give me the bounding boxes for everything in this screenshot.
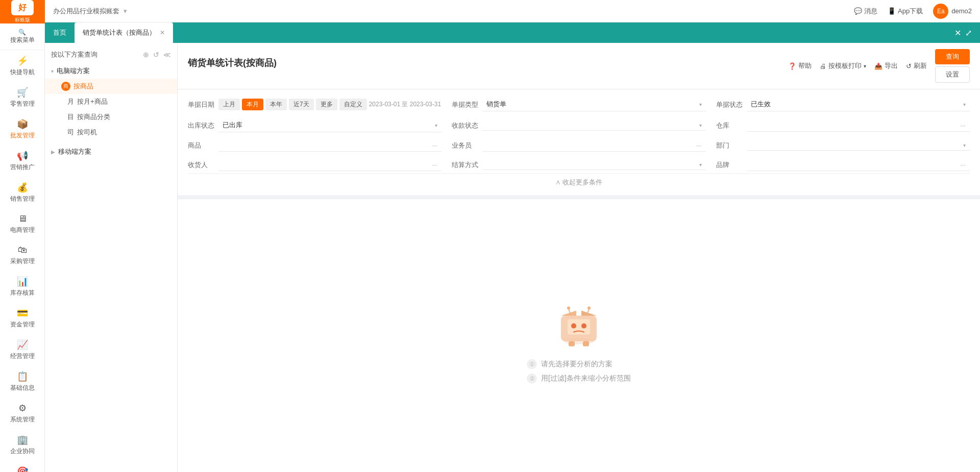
out-status-control[interactable]: 已出库 ▾ <box>218 119 442 132</box>
print-icon: 🖨 <box>820 62 826 70</box>
filter-department: 部门 ▾ <box>716 140 970 151</box>
sidebar-item-system[interactable]: ⚙ 系统管理 <box>0 397 45 429</box>
left-panel: 按以下方案查询 ⊕ ↺ ≪ ▾ 电脑端方案 商 按商品 月 <box>45 43 178 472</box>
empty-illustration <box>548 288 609 349</box>
doc-type-control[interactable]: 销货单 ▾ <box>482 98 705 111</box>
collapse-panel-icon[interactable]: ≪ <box>163 51 171 59</box>
sidebar-item-sales[interactable]: 💰 销售管理 <box>0 177 45 208</box>
doc-type-label: 单据类型 <box>452 100 482 109</box>
user-menu[interactable]: Ea demo2 <box>933 4 972 19</box>
filter-collect-status: 收款状态 ▾ <box>452 121 705 131</box>
empty-tip-2: ② 用[过滤]条件来缩小分析范围 <box>527 373 631 384</box>
refresh-btn[interactable]: ↺ 刷新 <box>906 61 927 70</box>
settlement-control[interactable]: ▾ <box>482 160 705 170</box>
date-btn-last-month[interactable]: 上月 <box>218 99 240 110</box>
brand-control[interactable]: ··· <box>747 159 970 171</box>
department-label: 部门 <box>716 141 747 150</box>
message-btn[interactable]: 💬 消息 <box>854 7 877 16</box>
tab-sales-stats[interactable]: 销货单统计表（按商品） ✕ <box>75 22 173 43</box>
sidebar-item-marketing[interactable]: 📢 营销推广 <box>0 145 45 177</box>
item-icon-by-printer: 司 <box>67 128 74 137</box>
tree-item-by-goods[interactable]: 商 按商品 <box>45 79 177 94</box>
refresh-scheme-icon[interactable]: ↺ <box>153 51 159 59</box>
sidebar-item-wholesale[interactable]: 📦 批发管理 <box>0 113 45 145</box>
collect-status-arrow: ▾ <box>699 123 702 128</box>
receiver-control[interactable]: ··· <box>218 159 442 171</box>
date-btn-7days[interactable]: 近7天 <box>289 99 314 110</box>
tabbar: 首页 销货单统计表（按商品） ✕ ✕ ⤢ <box>45 22 980 43</box>
brand-dots: ··· <box>960 161 966 169</box>
sidebar-item-operations[interactable]: 📈 经营管理 <box>0 334 45 366</box>
warehouse-dots: ··· <box>960 122 966 129</box>
tree-group-mobile-header[interactable]: ▶ 移动端方案 <box>45 144 177 159</box>
close-tab-btn[interactable]: ✕ <box>160 29 165 36</box>
filter-settlement: 结算方式 ▾ <box>452 160 705 170</box>
doc-type-arrow: ▾ <box>699 102 702 107</box>
sidebar-item-search[interactable]: 🔍 搜索菜单 <box>0 23 45 50</box>
wholesale-icon: 📦 <box>17 119 28 130</box>
goods-control[interactable]: ··· <box>218 139 442 152</box>
sidebar-item-finance[interactable]: 💳 资金管理 <box>0 302 45 334</box>
salesperson-dots: ··· <box>696 141 702 149</box>
settlement-label: 结算方式 <box>452 160 482 170</box>
settlement-arrow: ▾ <box>699 162 702 168</box>
salesperson-control[interactable]: ··· <box>482 139 705 152</box>
help-icon: ❓ <box>788 62 796 70</box>
collapse-filters-btn[interactable]: ∧ 收起更多条件 <box>188 173 970 191</box>
sidebar-item-basics[interactable]: 📋 基础信息 <box>0 366 45 397</box>
sidebar-item-inventory[interactable]: 📊 库存核算 <box>0 271 45 302</box>
help-btn[interactable]: ❓ 帮助 <box>788 61 812 70</box>
tree-group-pc: ▾ 电脑端方案 商 按商品 月 按月+商品 目 按商品分类 司 按司机 <box>45 63 177 140</box>
topbar: 办公用品行业模拟账套 ▾ 💬 消息 📱 App下载 Ea demo2 <box>45 0 980 22</box>
sidebar-item-newbie[interactable]: 🎯 新手引导 <box>0 461 45 472</box>
svg-rect-9 <box>569 341 575 346</box>
finance-icon: 💳 <box>17 308 28 319</box>
empty-state: ① 请先选择要分析的方案 ② 用[过滤]条件来缩小分析范围 <box>178 199 980 472</box>
filter-panel: 单据日期 上月 本月 本年 近7天 更多 自定义 2023-03-01 至 20… <box>178 89 980 195</box>
dropdown-arrow[interactable]: ▾ <box>124 7 127 15</box>
filter-row-1: 单据日期 上月 本月 本年 近7天 更多 自定义 2023-03-01 至 20… <box>188 98 970 111</box>
tree-item-by-printer[interactable]: 司 按司机 <box>45 125 177 140</box>
collect-status-control[interactable]: ▾ <box>482 121 705 131</box>
filter-row-4: 收货人 ··· 结算方式 ▾ <box>188 159 970 171</box>
item-icon-by-goods-category: 目 <box>67 112 74 122</box>
tree-item-by-month-goods[interactable]: 月 按月+商品 <box>45 94 177 109</box>
settings-btn[interactable]: 设置 <box>935 66 970 83</box>
tab-home[interactable]: 首页 <box>45 22 75 43</box>
refresh-icon: ↺ <box>906 62 912 70</box>
query-btn[interactable]: 查询 <box>935 49 970 64</box>
sidebar-item-enterprise[interactable]: 🏢 企业协同 <box>0 429 45 461</box>
date-btn-this-year[interactable]: 本年 <box>265 99 287 110</box>
date-btn-current-month[interactable]: 本月 <box>242 99 263 110</box>
close-window-icon[interactable]: ✕ <box>954 28 961 38</box>
tree-group-pc-header[interactable]: ▾ 电脑端方案 <box>45 63 177 79</box>
date-btn-more[interactable]: 更多 <box>316 99 337 110</box>
warehouse-control[interactable]: ··· <box>747 120 970 132</box>
date-label: 单据日期 <box>188 100 218 109</box>
date-btn-custom[interactable]: 自定义 <box>339 99 367 110</box>
maximize-window-icon[interactable]: ⤢ <box>965 28 972 38</box>
sidebar-item-retail[interactable]: 🛒 零售管理 <box>0 82 45 113</box>
print-arrow: ▾ <box>864 63 866 69</box>
purchase-icon: 🛍 <box>18 245 27 255</box>
department-control[interactable]: ▾ <box>747 140 970 151</box>
content-body: 按以下方案查询 ⊕ ↺ ≪ ▾ 电脑端方案 商 按商品 月 <box>45 43 980 472</box>
filter-doc-status: 单据状态 已生效 ▾ <box>716 98 970 111</box>
date-range: 2023-03-01 至 2023-03-31 <box>369 100 441 109</box>
export-btn[interactable]: 📤 导出 <box>874 61 898 70</box>
sidebar-item-quicknav[interactable]: ⚡ 快捷导航 <box>0 50 45 82</box>
sidebar-item-purchase[interactable]: 🛍 采购管理 <box>0 240 45 271</box>
doc-status-label: 单据状态 <box>716 100 747 109</box>
add-scheme-icon[interactable]: ⊕ <box>143 51 149 59</box>
message-icon: 💬 <box>854 7 862 15</box>
template-print-btn[interactable]: 🖨 按模板打印 ▾ <box>820 61 866 70</box>
sidebar: 好 标账版 🔍 搜索菜单 ⚡ 快捷导航 🛒 零售管理 📦 批发管理 📢 营销推广… <box>0 0 45 472</box>
empty-text: ① 请先选择要分析的方案 ② 用[过滤]条件来缩小分析范围 <box>527 359 631 384</box>
tree-item-by-goods-category[interactable]: 目 按商品分类 <box>45 109 177 125</box>
doc-status-control[interactable]: 已生效 ▾ <box>747 98 970 111</box>
left-panel-title: 按以下方案查询 <box>51 50 97 59</box>
filter-salesperson: 业务员 ··· <box>452 139 705 152</box>
department-arrow: ▾ <box>963 143 966 148</box>
app-download-btn[interactable]: 📱 App下载 <box>888 7 923 16</box>
sidebar-item-ecom[interactable]: 🖥 电商管理 <box>0 208 45 240</box>
